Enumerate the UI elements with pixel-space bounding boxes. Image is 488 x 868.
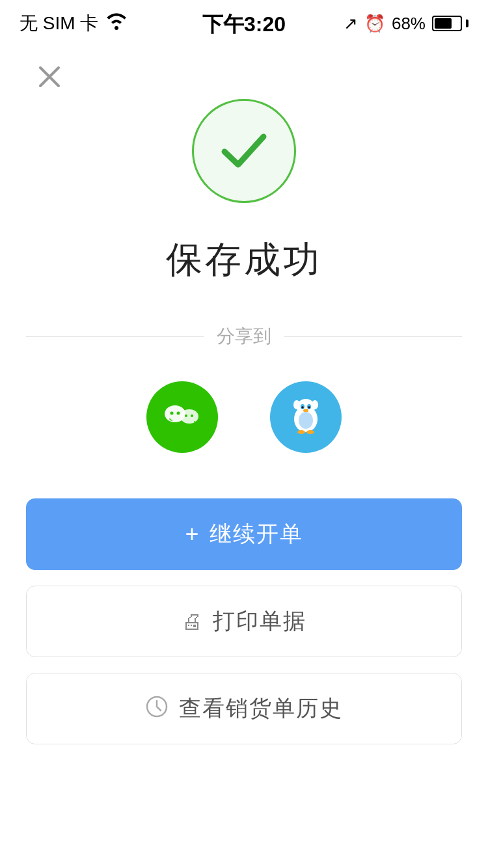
- location-icon: ↗: [344, 14, 358, 34]
- close-button[interactable]: [30, 57, 69, 96]
- continue-label: 继续开单: [210, 519, 303, 549]
- history-button[interactable]: 查看销货单历史: [26, 673, 462, 744]
- svg-point-6: [185, 414, 187, 417]
- svg-point-3: [180, 409, 198, 424]
- status-bar: 无 SIM 卡 下午3:20 ↗ ⏰ 68%: [0, 0, 488, 47]
- time-display: 下午3:20: [202, 10, 286, 39]
- svg-point-16: [303, 409, 308, 413]
- svg-point-18: [297, 430, 305, 434]
- checkmark-icon: [215, 120, 273, 182]
- success-icon-circle: [192, 99, 296, 203]
- divider-right: [284, 336, 462, 337]
- share-divider: 分享到: [26, 324, 462, 349]
- alarm-icon: ⏰: [364, 14, 385, 34]
- carrier-text: 无 SIM 卡: [20, 11, 98, 36]
- divider-left: [26, 336, 204, 337]
- success-title: 保存成功: [166, 236, 322, 285]
- status-right: ↗ ⏰ 68%: [344, 14, 468, 34]
- wechat-share-button[interactable]: [146, 381, 218, 453]
- print-button[interactable]: 🖨 打印单据: [26, 586, 462, 657]
- history-label: 查看销货单历史: [179, 694, 343, 724]
- main-content: 保存成功 分享到: [0, 47, 488, 868]
- print-icon: 🖨: [182, 610, 202, 634]
- qq-share-button[interactable]: [270, 381, 342, 453]
- svg-point-10: [293, 400, 300, 409]
- svg-point-11: [312, 400, 318, 409]
- status-left: 无 SIM 卡: [20, 11, 128, 36]
- svg-point-14: [301, 406, 304, 409]
- continue-button[interactable]: + 继续开单: [26, 498, 462, 570]
- action-buttons: + 继续开单 🖨 打印单据 查看销货单历史: [0, 498, 488, 744]
- print-label: 打印单据: [213, 606, 306, 636]
- svg-point-4: [170, 412, 174, 415]
- battery-icon: [432, 16, 468, 31]
- share-section: 分享到: [0, 324, 488, 498]
- share-label: 分享到: [217, 324, 271, 349]
- continue-icon: +: [185, 521, 198, 548]
- svg-point-15: [308, 406, 310, 409]
- history-icon: [145, 695, 169, 723]
- wifi-icon: [105, 13, 128, 34]
- svg-point-19: [306, 430, 314, 434]
- svg-point-5: [177, 412, 180, 415]
- svg-point-17: [299, 412, 313, 429]
- battery-percent: 68%: [392, 14, 426, 34]
- svg-point-7: [191, 414, 193, 417]
- share-icons-row: [146, 381, 342, 453]
